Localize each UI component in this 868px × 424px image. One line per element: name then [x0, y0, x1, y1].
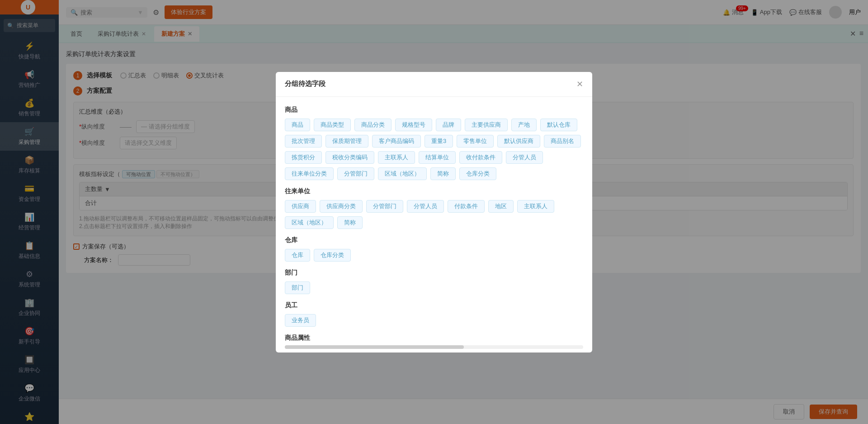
- modal-overlay: 分组待选字段 ✕ 商品 商品 商品类型 商品分类 规格型号 品牌 主要供应商 产…: [0, 0, 868, 424]
- modal-dialog: 分组待选字段 ✕ 商品 商品 商品类型 商品分类 规格型号 品牌 主要供应商 产…: [276, 72, 592, 353]
- field-chip-settlement-unit[interactable]: 结算单位: [419, 151, 456, 164]
- field-chip-main-supplier[interactable]: 主要供应商: [465, 119, 508, 131]
- field-chip-main-contact[interactable]: 主联系人: [378, 151, 415, 164]
- modal-horizontal-scrollbar[interactable]: [285, 345, 583, 349]
- field-chip-partner-category[interactable]: 往来单位分类: [285, 167, 334, 180]
- field-chip-warehouse[interactable]: 仓库: [285, 249, 310, 262]
- modal-body[interactable]: 商品 商品 商品类型 商品分类 规格型号 品牌 主要供应商 产地 默认仓库 批次…: [276, 97, 592, 345]
- field-grid-employee: 业务员: [285, 314, 583, 327]
- field-chip-sales-rep[interactable]: 业务员: [285, 314, 316, 327]
- field-chip-dept[interactable]: 分管部门: [337, 167, 374, 180]
- field-chip-product-category[interactable]: 商品分类: [354, 119, 392, 131]
- section-title-product: 商品: [285, 106, 583, 114]
- field-chip-expiry-mgmt[interactable]: 保质期管理: [326, 135, 368, 148]
- section-title-department: 部门: [285, 269, 583, 277]
- section-title-warehouse: 仓库: [285, 236, 583, 244]
- modal-title: 分组待选字段: [285, 80, 326, 88]
- field-chip-supervise-person[interactable]: 分管人员: [407, 200, 444, 213]
- field-chip-main-contact2[interactable]: 主联系人: [517, 200, 554, 213]
- modal-horizontal-scrollbar-thumb: [285, 345, 464, 349]
- section-title-counterpart: 往来单位: [285, 187, 583, 195]
- field-chip-customer-code[interactable]: 客户商品编码: [372, 135, 421, 148]
- field-chip-pick-score[interactable]: 拣货积分: [285, 151, 322, 164]
- field-chip-default-warehouse[interactable]: 默认仓库: [540, 119, 577, 131]
- field-chip-short-name2[interactable]: 简称: [337, 216, 363, 229]
- field-chip-region[interactable]: 区域（地区）: [378, 167, 427, 180]
- field-chip-warehouse-cat[interactable]: 仓库分类: [314, 249, 351, 262]
- modal-header: 分组待选字段 ✕: [276, 72, 592, 97]
- field-chip-spec-model[interactable]: 规格型号: [395, 119, 432, 131]
- field-chip-district[interactable]: 地区: [488, 200, 514, 213]
- field-chip-product[interactable]: 商品: [285, 119, 310, 131]
- field-chip-region2[interactable]: 区域（地区）: [285, 216, 334, 229]
- section-title-product-attr: 商品属性: [285, 334, 583, 342]
- field-chip-manager[interactable]: 分管人员: [506, 151, 543, 164]
- field-chip-pay-terms[interactable]: 付款条件: [448, 200, 485, 213]
- field-grid-product: 商品 商品类型 商品分类 规格型号 品牌 主要供应商 产地 默认仓库 批次管理 …: [285, 119, 583, 180]
- field-chip-tax-code[interactable]: 税收分类编码: [326, 151, 374, 164]
- field-chip-product-type[interactable]: 商品类型: [314, 119, 351, 131]
- field-chip-product-alias[interactable]: 商品别名: [544, 135, 581, 148]
- field-chip-department[interactable]: 部门: [285, 281, 310, 294]
- field-grid-counterpart: 供应商 供应商分类 分管部门 分管人员 付款条件 地区 主联系人 区域（地区） …: [285, 200, 583, 229]
- section-title-employee: 员工: [285, 301, 583, 310]
- field-chip-default-supplier[interactable]: 默认供应商: [497, 135, 540, 148]
- field-chip-supervise-dept[interactable]: 分管部门: [366, 200, 403, 213]
- field-chip-payment-terms[interactable]: 收付款条件: [459, 151, 502, 164]
- field-chip-retail-unit[interactable]: 零售单位: [457, 135, 494, 148]
- field-chip-supplier-category[interactable]: 供应商分类: [320, 200, 363, 213]
- field-chip-weight3[interactable]: 重量3: [425, 135, 453, 148]
- field-chip-origin[interactable]: 产地: [511, 119, 537, 131]
- modal-close-button[interactable]: ✕: [576, 79, 583, 89]
- field-chip-supplier[interactable]: 供应商: [285, 200, 316, 213]
- field-chip-batch-mgmt[interactable]: 批次管理: [285, 135, 322, 148]
- field-chip-short-name[interactable]: 简称: [430, 167, 456, 180]
- field-grid-warehouse: 仓库 仓库分类: [285, 249, 583, 262]
- field-chip-brand[interactable]: 品牌: [436, 119, 461, 131]
- field-grid-department: 部门: [285, 281, 583, 294]
- field-chip-warehouse-category[interactable]: 仓库分类: [459, 167, 496, 180]
